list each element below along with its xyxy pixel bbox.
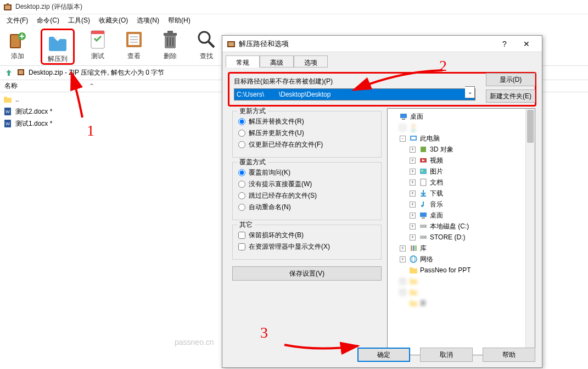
- ok-button[interactable]: 确定: [357, 348, 410, 362]
- svg-rect-26: [4, 97, 7, 99]
- expand-icon[interactable]: -: [400, 125, 406, 131]
- tree-item[interactable]: -: [390, 122, 533, 133]
- expand-icon[interactable]: +: [410, 191, 416, 197]
- expand-icon[interactable]: +: [400, 289, 406, 295]
- toolbar-test[interactable]: 测试: [85, 29, 111, 61]
- svg-point-57: [412, 256, 415, 262]
- expand-icon[interactable]: +: [410, 158, 416, 164]
- column-name[interactable]: 名称: [4, 81, 72, 91]
- menu-help[interactable]: 帮助(H): [164, 15, 195, 26]
- tree-label: 桌面: [430, 211, 443, 220]
- tree-item[interactable]: +图片: [390, 166, 533, 177]
- folder-tree[interactable]: 桌面--此电脑+3D 对象+视频+图片+文档+下载+音乐+桌面+本地磁盘 (C:…: [387, 108, 535, 355]
- cancel-button[interactable]: 取消: [420, 348, 473, 362]
- expand-icon[interactable]: +: [410, 180, 416, 186]
- 3d-icon: [419, 145, 428, 154]
- tree-item[interactable]: +文档: [390, 177, 533, 188]
- svg-rect-48: [422, 217, 425, 219]
- tree-item[interactable]: +下载: [390, 188, 533, 199]
- tree-label: PassNeo for PPT: [420, 266, 471, 274]
- window-title: Desktop.zip (评估版本): [15, 2, 82, 12]
- toolbar-view[interactable]: 查看: [121, 29, 147, 61]
- toolbar-find[interactable]: 查找: [193, 29, 220, 61]
- annotation-3: 3: [260, 324, 268, 342]
- help-icon[interactable]: ?: [494, 36, 516, 52]
- overwrite-opt-skip[interactable]: 跳过已经存在的文件(S): [238, 191, 376, 200]
- expand-icon[interactable]: -: [400, 136, 406, 142]
- svg-rect-63: [410, 289, 413, 292]
- save-settings-button[interactable]: 保存设置(V): [232, 266, 382, 281]
- net-icon: [409, 255, 418, 264]
- tab-options[interactable]: 选项: [294, 55, 328, 68]
- svg-rect-2: [7, 3, 9, 5]
- scrollbar[interactable]: [525, 109, 535, 355]
- file-name: 测试2.docx *: [15, 107, 52, 116]
- tree-item[interactable]: +: [390, 287, 533, 298]
- view-icon: [123, 29, 145, 51]
- svg-rect-55: [415, 245, 417, 251]
- toolbar-view-label: 查看: [127, 52, 141, 61]
- expand-icon[interactable]: +: [400, 245, 406, 251]
- expand-icon[interactable]: +: [400, 256, 406, 262]
- menu-options[interactable]: 选项(N): [132, 15, 164, 26]
- tree-item[interactable]: +本地磁盘 (C:): [390, 221, 533, 232]
- tree-item[interactable]: +音乐: [390, 199, 533, 210]
- test-icon: [87, 29, 109, 51]
- toolbar-add[interactable]: 添加: [4, 29, 31, 61]
- overwrite-mode-title: 覆盖方式: [237, 158, 268, 167]
- target-path-dropdown-icon[interactable]: ⌄: [465, 86, 475, 98]
- tree-item[interactable]: +: [390, 276, 533, 287]
- update-opt-existing[interactable]: 仅更新已经存在的文件(F): [238, 140, 376, 149]
- tree-item[interactable]: +桌面: [390, 210, 533, 221]
- svg-rect-59: [410, 267, 413, 270]
- show-button[interactable]: 显示(D): [486, 73, 535, 86]
- menu-tools[interactable]: 工具(S): [64, 15, 94, 26]
- tab-advanced[interactable]: 高级: [260, 55, 294, 68]
- tree-label: 本地磁盘 (C:): [430, 222, 469, 231]
- toolbar-test-label: 测试: [91, 52, 104, 61]
- expand-icon[interactable]: +: [410, 147, 416, 153]
- tree-label: 库: [420, 244, 427, 253]
- update-opt-replace[interactable]: 解压并替换文件(R): [238, 117, 376, 126]
- close-icon[interactable]: ✕: [516, 36, 537, 52]
- tree-item[interactable]: +网络: [390, 254, 533, 265]
- tree-item[interactable]: +STORE (D:): [390, 232, 533, 243]
- svg-text:W: W: [5, 109, 10, 114]
- tree-label: 此电脑: [420, 134, 440, 143]
- expand-icon[interactable]: +: [410, 234, 416, 241]
- overwrite-opt-ask[interactable]: 覆盖前询问(K): [238, 168, 376, 177]
- docx-icon: W: [3, 119, 12, 128]
- tab-general[interactable]: 常规: [226, 55, 260, 68]
- menu-command[interactable]: 命令(C): [32, 15, 64, 26]
- expand-icon[interactable]: +: [400, 278, 406, 284]
- tree-item[interactable]: -此电脑: [390, 133, 533, 144]
- tree-item[interactable]: +视频: [390, 155, 533, 166]
- expand-icon[interactable]: +: [410, 213, 416, 219]
- help-button[interactable]: 帮助: [483, 348, 535, 362]
- expand-icon[interactable]: +: [410, 202, 416, 208]
- svg-rect-34: [402, 119, 405, 120]
- tree-item[interactable]: 桌面: [390, 111, 533, 122]
- menu-favorites[interactable]: 收藏夹(O): [94, 15, 132, 26]
- overwrite-opt-rename[interactable]: 自动重命名(N): [238, 203, 376, 212]
- svg-rect-61: [410, 278, 413, 281]
- misc-keep-broken[interactable]: 保留损坏的文件(B): [238, 231, 376, 240]
- target-path-input[interactable]: [234, 88, 475, 100]
- user-icon: [409, 123, 418, 132]
- expand-icon[interactable]: +: [410, 223, 416, 230]
- tree-item[interactable]: 新: [390, 298, 533, 309]
- overwrite-opt-noask[interactable]: 没有提示直接覆盖(W): [238, 180, 376, 189]
- toolbar-extract[interactable]: 解压到: [41, 29, 75, 65]
- menu-file[interactable]: 文件(F): [2, 15, 32, 26]
- tree-item[interactable]: PassNeo for PPT: [390, 265, 533, 276]
- new-folder-button[interactable]: 新建文件夹(E): [486, 90, 535, 103]
- toolbar-delete[interactable]: 删除: [157, 29, 183, 61]
- menu-bar: 文件(F) 命令(C) 工具(S) 收藏夹(O) 选项(N) 帮助(H): [0, 14, 588, 26]
- misc-show-explorer[interactable]: 在资源管理器中显示文件(X): [238, 242, 376, 251]
- tree-item[interactable]: +3D 对象: [390, 144, 533, 155]
- expand-icon[interactable]: +: [410, 169, 416, 175]
- tree-item[interactable]: +库: [390, 243, 533, 254]
- up-icon[interactable]: [4, 69, 13, 77]
- update-opt-update[interactable]: 解压并更新文件(U): [238, 128, 376, 138]
- svg-rect-41: [420, 169, 427, 174]
